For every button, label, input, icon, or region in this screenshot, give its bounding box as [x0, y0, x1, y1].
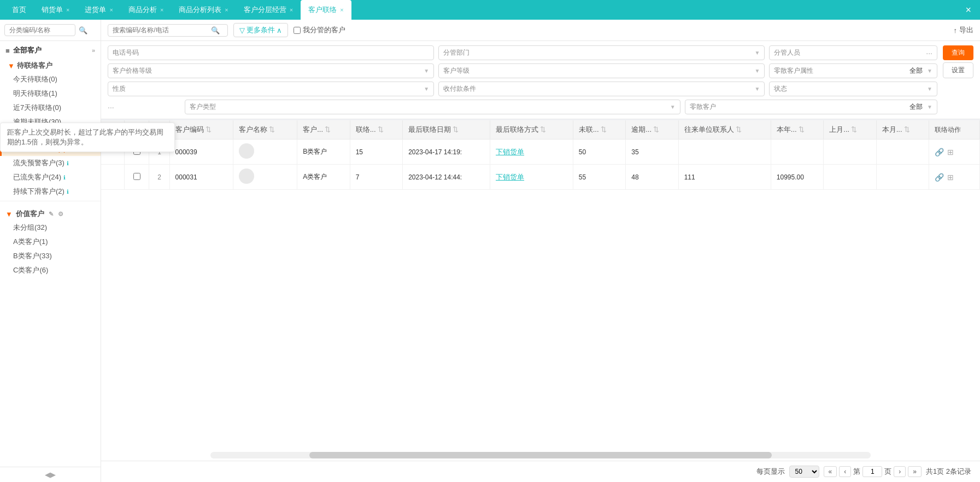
- sidebar-today-contact[interactable]: 今天待联络(0): [0, 72, 101, 86]
- total-records-label: 共1页 2条记录: [926, 467, 971, 477]
- filter-more-dots[interactable]: ···: [108, 103, 114, 112]
- col-contacts[interactable]: 往来单位联系人⇅: [678, 120, 771, 140]
- filter-department[interactable]: 分管部门 ▼: [438, 45, 765, 60]
- col-name[interactable]: 客户名称⇅: [233, 120, 297, 140]
- nav-product-analysis[interactable]: 商品分析 ×: [121, 0, 171, 20]
- sidebar-ungroup[interactable]: 未分组(32): [0, 220, 101, 235]
- row1-overdue: 35: [626, 140, 678, 165]
- filter-status-arrow: ▼: [927, 86, 932, 92]
- table-footer: 每页显示 10 20 50 100 « ‹ 第 页 › » 共1页 2条记录: [101, 461, 980, 482]
- row1-name: [233, 140, 297, 165]
- more-conditions-btn[interactable]: ▽ 更多条件 ∧: [233, 23, 288, 37]
- bottom-scrollbar[interactable]: [210, 452, 871, 458]
- col-this-month[interactable]: 本月...⇅: [876, 120, 929, 140]
- nav-product-list-close[interactable]: ×: [225, 7, 228, 13]
- row2-last-contact-method[interactable]: 下销货单: [490, 165, 573, 190]
- filter-person[interactable]: 分管人员 ···: [769, 45, 937, 60]
- filter-payment-arrow: ▼: [755, 86, 760, 92]
- nav-customer-segment[interactable]: 客户分层经营 ×: [236, 0, 301, 20]
- lost-pre-info-icon[interactable]: ℹ: [67, 160, 69, 166]
- row2-name: [233, 165, 297, 190]
- nav-product-analysis-close[interactable]: ×: [160, 7, 163, 13]
- per-page-select[interactable]: 10 20 50 100: [789, 466, 819, 478]
- row2-checkbox-cell[interactable]: [124, 165, 149, 190]
- value-customer-edit-icon[interactable]: ✎: [49, 211, 54, 218]
- col-last-month[interactable]: 上月...⇅: [824, 120, 876, 140]
- page-number-input[interactable]: [862, 466, 882, 477]
- nav-purchase[interactable]: 进货单 ×: [77, 0, 120, 20]
- col-code[interactable]: 客户编码⇅: [169, 120, 233, 140]
- nav-customer-contact[interactable]: 客户联络 ×: [301, 0, 351, 20]
- row1-last-contact-date: 2023-04-17 14:19:: [403, 140, 490, 165]
- all-customers-expand-icon[interactable]: »: [92, 47, 95, 54]
- row1-grid-icon[interactable]: ⊞: [947, 148, 954, 156]
- nav-customer-segment-close[interactable]: ×: [290, 7, 293, 13]
- next-page-btn[interactable]: ›: [894, 466, 906, 477]
- sidebar-a-class[interactable]: A类客户(1): [0, 235, 101, 249]
- filter-customer-grade[interactable]: 客户等级 ▼: [438, 63, 765, 78]
- col-last-contact-date[interactable]: 最后联络日期⇅: [403, 120, 490, 140]
- row2-grid-icon[interactable]: ⊞: [947, 173, 954, 182]
- all-customers-collapse[interactable]: ■: [5, 47, 10, 55]
- col-cust-type[interactable]: 客户...⇅: [297, 120, 350, 140]
- pagination-buttons: « ‹ 第 页 › »: [824, 466, 922, 477]
- row2-checkbox[interactable]: [133, 173, 140, 180]
- sidebar-b-class[interactable]: B类客户(33): [0, 249, 101, 263]
- nav-home[interactable]: 首页: [4, 0, 34, 20]
- col-overdue[interactable]: 逾期...⇅: [626, 120, 678, 140]
- filter-scatter-customer[interactable]: 零散客户 全部 ▼: [685, 100, 937, 114]
- export-icon: ↑: [954, 26, 958, 34]
- value-customer-settings-icon[interactable]: ⚙: [58, 211, 63, 218]
- filter-row-3: 性质 ▼ 收付款条件 ▼ 状态 ▼: [108, 82, 937, 96]
- lost-info-icon[interactable]: ℹ: [63, 175, 66, 181]
- nav-customer-contact-close[interactable]: ×: [340, 7, 343, 13]
- sidebar-scroll-left[interactable]: ◀: [45, 471, 50, 479]
- row1-last-contact-method[interactable]: 下销货单: [490, 140, 573, 165]
- nav-sales[interactable]: 销货单 ×: [34, 0, 77, 20]
- sidebar-lost[interactable]: 已流失客户(24) ℹ: [0, 170, 101, 184]
- query-button[interactable]: 查询: [943, 45, 973, 60]
- col-this-year[interactable]: 本年...⇅: [771, 120, 823, 140]
- persist-down-info-icon[interactable]: ℹ: [67, 189, 69, 195]
- last-page-btn[interactable]: »: [908, 466, 922, 477]
- nav-product-list[interactable]: 商品分析列表 ×: [171, 0, 236, 20]
- window-close-button[interactable]: ×: [961, 4, 976, 16]
- filter-person-dots[interactable]: ···: [926, 49, 932, 57]
- filter-payment[interactable]: 收付款条件 ▼: [438, 82, 765, 96]
- sidebar-search-input[interactable]: [4, 24, 75, 36]
- filter-nature[interactable]: 性质 ▼: [108, 82, 434, 96]
- my-customer-checkbox[interactable]: [294, 27, 301, 34]
- sidebar-7day-contact[interactable]: 近7天待联络(0): [0, 101, 101, 115]
- of-page-label: 页: [884, 467, 891, 477]
- table-row: 1 000039 B类客户 15 2023-04-17 14:19: 下销货单 …: [101, 140, 980, 165]
- search-box: 🔍: [108, 24, 228, 37]
- filter-customer-type[interactable]: 客户类型 ▼: [185, 100, 680, 114]
- col-contact-count[interactable]: 联络...⇅: [350, 120, 402, 140]
- sidebar-c-class[interactable]: C类客户(6): [0, 263, 101, 277]
- filter-status[interactable]: 状态 ▼: [769, 82, 937, 96]
- filter-scatter-attr[interactable]: 零散客户属性 全部 ▼: [769, 63, 937, 78]
- sidebar-scroll-right[interactable]: ▶: [50, 471, 56, 479]
- first-page-btn[interactable]: «: [824, 466, 837, 477]
- col-last-contact-method[interactable]: 最后联络方式⇅: [490, 120, 573, 140]
- search-input[interactable]: [113, 26, 211, 34]
- row1-avatar: [239, 143, 254, 159]
- filter-phone[interactable]: 电话号码: [108, 45, 434, 60]
- nav-sales-close[interactable]: ×: [66, 7, 69, 13]
- col-uncontacted[interactable]: 未联...⇅: [573, 120, 625, 140]
- settings-button[interactable]: 设置: [943, 62, 973, 78]
- export-btn[interactable]: ↑ 导出: [954, 25, 974, 35]
- filter-price-grade[interactable]: 客户价格等级 ▼: [108, 63, 434, 78]
- sidebar-search-icon[interactable]: 🔍: [79, 26, 87, 34]
- sidebar-lost-pre[interactable]: 流失预警客户(3) ℹ: [0, 156, 101, 170]
- nav-purchase-close[interactable]: ×: [109, 7, 113, 13]
- row1-last-month: [824, 140, 876, 165]
- filter-icon: ▽: [239, 26, 245, 34]
- sidebar-persist-down[interactable]: 持续下滑客户(2) ℹ: [0, 184, 101, 199]
- prev-page-btn[interactable]: ‹: [839, 466, 851, 477]
- search-icon[interactable]: 🔍: [211, 26, 220, 34]
- filter-price-grade-arrow: ▼: [424, 68, 429, 74]
- sidebar-tomorrow-contact[interactable]: 明天待联络(1): [0, 86, 101, 101]
- row1-link-icon[interactable]: 🔗: [935, 148, 944, 156]
- row2-link-icon[interactable]: 🔗: [935, 173, 944, 182]
